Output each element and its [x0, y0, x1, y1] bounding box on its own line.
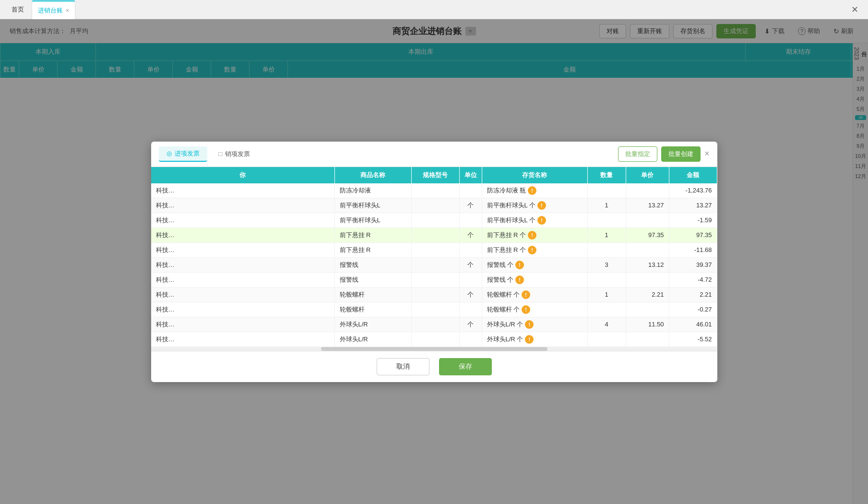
cell-unit: [459, 272, 482, 287]
cell-product: 轮毂螺杆: [334, 287, 411, 302]
table-row[interactable]: 科技… 前下悬挂 R 个 前下悬挂 R 个! 1 97.35 97.35: [151, 228, 717, 242]
cell-inventory: 前下悬挂 R 个!: [482, 242, 587, 257]
cell-unit: [459, 183, 482, 198]
cell-product: 报警线: [334, 272, 411, 287]
cell-company: 科技…: [151, 183, 335, 198]
table-row[interactable]: 科技… 前平衡杆球头L 前平衡杆球头L 个! -1.59: [151, 213, 717, 228]
cell-product: 外球头L/R: [334, 332, 411, 347]
warning-icon: !: [528, 186, 536, 195]
cell-unit: [459, 242, 482, 257]
th-unit-price: 单价: [626, 167, 669, 183]
modal-header: ◎ 进项发票 □ 销项发票 批量指定 批量创建 ×: [151, 142, 717, 167]
table-row[interactable]: 科技… 外球头L/R 个 外球头L/R 个! 4 11.50 46.01: [151, 317, 717, 332]
th-product: 商品名称: [334, 167, 411, 183]
cell-quantity: 4: [587, 317, 626, 332]
cell-amount: -1.59: [669, 213, 717, 228]
cell-spec: [411, 213, 459, 228]
warning-icon: !: [537, 216, 546, 225]
modal-overlay: ◎ 进项发票 □ 销项发票 批量指定 批量创建 ×: [0, 19, 868, 504]
cell-amount: 2.21: [669, 287, 717, 302]
tab-home-label: 首页: [12, 5, 24, 14]
cell-inventory: 防冻冷却液 瓶!: [482, 183, 587, 198]
cell-unit-price: [626, 213, 669, 228]
cell-inventory: 前平衡杆球头L 个!: [482, 213, 587, 228]
cell-unit: 个: [459, 228, 482, 242]
cell-inventory: 前下悬挂 R 个!: [482, 228, 587, 242]
cell-unit-price: 11.50: [626, 317, 669, 332]
table-row[interactable]: 科技… 轮毂螺杆 个 轮毂螺杆 个! 1 2.21 2.21: [151, 287, 717, 302]
cell-product: 轮毂螺杆: [334, 302, 411, 317]
modal-scrollbar[interactable]: [151, 347, 717, 351]
cell-amount: 13.27: [669, 198, 717, 213]
tab-active[interactable]: 进销台账 ×: [32, 0, 75, 20]
th-quantity: 数量: [587, 167, 626, 183]
cell-unit-price: 13.27: [626, 198, 669, 213]
warning-icon: !: [528, 246, 536, 254]
cell-spec: [411, 317, 459, 332]
cell-inventory: 轮毂螺杆 个!: [482, 287, 587, 302]
cell-unit: [459, 332, 482, 347]
warning-icon: !: [537, 201, 546, 210]
table-row[interactable]: 科技… 报警线 个 报警线 个! 3 13.12 39.37: [151, 257, 717, 272]
window-close-button[interactable]: ✕: [845, 0, 864, 19]
cell-unit-price: [626, 302, 669, 317]
th-spec: 规格型号: [411, 167, 459, 183]
modal-dialog: ◎ 进项发票 □ 销项发票 批量指定 批量创建 ×: [151, 142, 717, 382]
cell-spec: [411, 287, 459, 302]
cell-unit: 个: [459, 317, 482, 332]
modal-table-area: 你 商品名称 规格型号 单位 存货名称 数量 单价 金额 科技… 防冻冷却液: [151, 167, 717, 347]
cell-quantity: 1: [587, 198, 626, 213]
cell-product: 外球头L/R: [334, 317, 411, 332]
cell-company: 科技…: [151, 228, 335, 242]
cancel-button[interactable]: 取消: [377, 358, 429, 375]
cell-amount: 39.37: [669, 257, 717, 272]
cell-inventory: 轮毂螺杆 个!: [482, 302, 587, 317]
warning-icon: !: [515, 276, 524, 284]
cell-unit-price: 97.35: [626, 228, 669, 242]
cell-spec: [411, 242, 459, 257]
modal-scrollbar-thumb[interactable]: [321, 347, 547, 351]
cell-inventory: 前平衡杆球头L 个!: [482, 198, 587, 213]
cell-unit-price: [626, 242, 669, 257]
table-row[interactable]: 科技… 外球头L/R 外球头L/R 个! -5.52: [151, 332, 717, 347]
batch-create-button[interactable]: 批量创建: [661, 146, 701, 162]
cell-company: 科技…: [151, 198, 335, 213]
cell-spec: [411, 228, 459, 242]
invoice-table: 你 商品名称 规格型号 单位 存货名称 数量 单价 金额 科技… 防冻冷却液: [151, 167, 717, 347]
table-row[interactable]: 科技… 防冻冷却液 防冻冷却液 瓶! -1,243.76: [151, 183, 717, 198]
batch-assign-button[interactable]: 批量指定: [618, 146, 657, 162]
modal-close-button[interactable]: ×: [704, 149, 710, 159]
th-company: 你: [151, 167, 335, 183]
cell-inventory: 报警线 个!: [482, 257, 587, 272]
table-row[interactable]: 科技… 前平衡杆球头L 个 前平衡杆球头L 个! 1 13.27 13.27: [151, 198, 717, 213]
table-row[interactable]: 科技… 报警线 报警线 个! -4.72: [151, 272, 717, 287]
cell-amount: 97.35: [669, 228, 717, 242]
cell-unit: 个: [459, 287, 482, 302]
cell-amount: -4.72: [669, 272, 717, 287]
cell-unit: 个: [459, 257, 482, 272]
cell-amount: 46.01: [669, 317, 717, 332]
cell-quantity: 3: [587, 257, 626, 272]
cell-company: 科技…: [151, 257, 335, 272]
cell-product: 防冻冷却液: [334, 183, 411, 198]
cell-product: 前平衡杆球头L: [334, 213, 411, 228]
cell-company: 科技…: [151, 213, 335, 228]
cell-amount: -0.27: [669, 302, 717, 317]
table-row[interactable]: 科技… 轮毂螺杆 轮毂螺杆 个! -0.27: [151, 302, 717, 317]
cell-unit-price: 2.21: [626, 287, 669, 302]
cell-company: 科技…: [151, 272, 335, 287]
tab-home[interactable]: 首页: [4, 0, 32, 19]
cell-quantity: [587, 242, 626, 257]
tab-active-label: 进销台账: [38, 6, 63, 15]
cell-quantity: [587, 183, 626, 198]
table-row[interactable]: 科技… 前下悬挂 R 前下悬挂 R 个! -11.68: [151, 242, 717, 257]
cell-unit: 个: [459, 198, 482, 213]
save-button[interactable]: 保存: [439, 358, 492, 375]
tab-incoming-invoice[interactable]: ◎ 进项发票: [159, 146, 207, 162]
tab-close-icon[interactable]: ×: [66, 7, 69, 14]
th-unit: 单位: [459, 167, 482, 183]
cell-amount: -1,243.76: [669, 183, 717, 198]
warning-icon: !: [522, 305, 530, 314]
tab-outgoing-invoice[interactable]: □ 销项发票: [211, 147, 258, 161]
th-amount: 金额: [669, 167, 717, 183]
